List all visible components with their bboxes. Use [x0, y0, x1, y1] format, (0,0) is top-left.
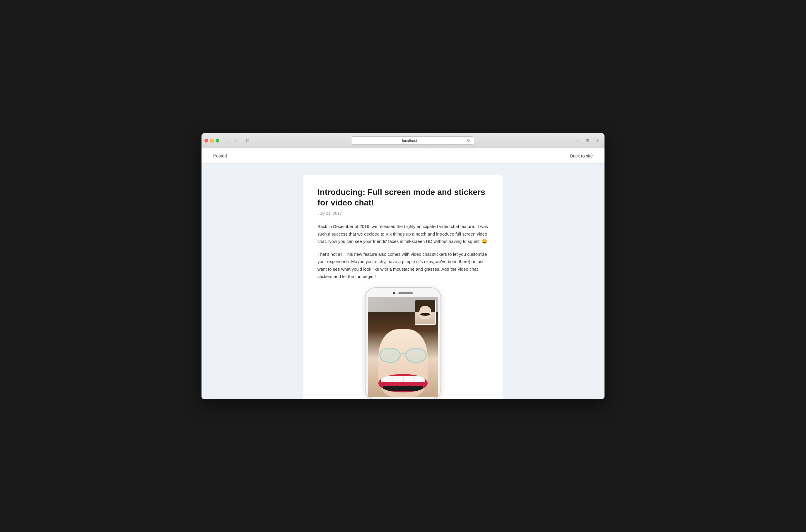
browser-actions: ⎏ ⊞ + [573, 136, 602, 145]
face-main [368, 312, 438, 397]
tooth-3 [403, 376, 414, 382]
back-nav-button[interactable]: ‹ [223, 136, 231, 145]
pip-video [415, 300, 436, 325]
share-button[interactable]: ⎏ [573, 136, 582, 145]
add-tab-icon: + [596, 138, 599, 143]
pip-person [415, 300, 435, 324]
forward-nav-button[interactable]: › [232, 136, 240, 145]
phone-speaker [398, 292, 413, 294]
article-title: Introducing: Full screen mode and sticke… [317, 187, 489, 208]
new-tab-button[interactable]: ⊞ [583, 136, 592, 145]
browser-window: ‹ › ⊡ localhost ↻ ⎏ ⊞ + [202, 133, 604, 399]
article-paragraph-2: That's not all! This new feature also co… [317, 250, 489, 280]
back-nav-icon: ‹ [226, 138, 228, 143]
glasses-left-lens [379, 348, 401, 363]
phone-top-bar [368, 292, 438, 294]
phone-camera [393, 292, 396, 294]
posted-label: Posted [213, 153, 227, 158]
reload-button[interactable]: ↻ [466, 137, 472, 144]
tooth-4 [414, 376, 425, 382]
article-card: Introducing: Full screen mode and sticke… [304, 175, 502, 399]
url-text: localhost [402, 138, 417, 143]
phone-mockup [365, 287, 441, 399]
browser-chrome: ‹ › ⊡ localhost ↻ ⎏ ⊞ + [202, 133, 604, 148]
address-bar-container: localhost ↻ [256, 136, 569, 145]
reload-icon: ↻ [467, 138, 470, 143]
glasses-bridge [401, 353, 405, 354]
page-content: Posted Back to site Introducing: Full sc… [202, 148, 604, 399]
minimize-button[interactable] [210, 139, 214, 142]
phone-mockup-container [317, 287, 489, 399]
share-icon: ⎏ [576, 138, 579, 143]
article-date: July 21, 2017 [317, 211, 489, 216]
phone-screen [368, 297, 438, 397]
forward-nav-icon: › [235, 138, 237, 143]
glasses-sticker [375, 348, 431, 363]
add-tab-button[interactable]: + [593, 136, 602, 145]
mouth-sticker [379, 374, 427, 393]
back-to-site-link[interactable]: Back to site [570, 153, 593, 158]
address-bar[interactable]: localhost ↻ [351, 136, 474, 145]
pip-mustache [420, 313, 430, 316]
sidebar-toggle-button[interactable]: ⊡ [243, 136, 252, 145]
nav-buttons: ‹ › [223, 136, 240, 145]
mouth-teeth-bottom [383, 386, 423, 391]
glasses-right-lens [405, 348, 427, 363]
close-button[interactable] [204, 139, 208, 142]
traffic-lights [204, 139, 219, 142]
video-main [368, 297, 438, 397]
article-body: Back in December of 2016, we released th… [317, 223, 489, 280]
tooth-2 [392, 376, 403, 382]
new-tab-icon: ⊞ [586, 138, 589, 143]
maximize-button[interactable] [216, 139, 219, 142]
top-bar: Posted Back to site [202, 148, 604, 164]
sidebar-icon: ⊡ [246, 138, 249, 143]
tooth-1 [381, 376, 392, 382]
main-scroll-area[interactable]: Introducing: Full screen mode and sticke… [202, 164, 604, 399]
mouth-teeth-top [381, 376, 425, 382]
article-paragraph-1: Back in December of 2016, we released th… [317, 223, 489, 245]
